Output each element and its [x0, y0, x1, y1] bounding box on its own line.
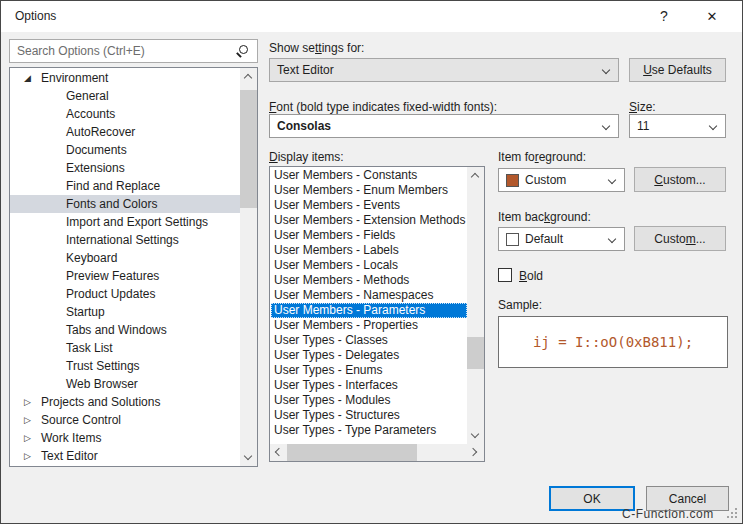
scroll-up-icon[interactable]: [240, 68, 257, 85]
list-item-label: User Members - Locals: [274, 258, 398, 272]
tree-item[interactable]: ▷ Projects and Solutions: [10, 393, 240, 411]
list-item[interactable]: User Types - Type Parameters: [271, 423, 467, 438]
tree-item[interactable]: Accounts: [10, 105, 240, 123]
tree-item[interactable]: ▷ Text Editor: [10, 447, 240, 465]
tree-item[interactable]: Documents: [10, 141, 240, 159]
list-item-label: User Members - Labels: [274, 243, 399, 257]
tree-item[interactable]: Fonts and Colors: [10, 195, 240, 213]
show-settings-combobox[interactable]: Text Editor: [269, 58, 619, 82]
scroll-down-icon[interactable]: [240, 449, 257, 466]
tree-item[interactable]: Keyboard: [10, 249, 240, 267]
tree-item[interactable]: International Settings: [10, 231, 240, 249]
list-scrollbar-thumb[interactable]: [467, 337, 484, 369]
list-item[interactable]: User Types - Classes: [271, 333, 467, 348]
tree-scrollbar-thumb[interactable]: [240, 90, 257, 208]
tree-item[interactable]: ▷ Work Items: [10, 429, 240, 447]
background-color-swatch: [506, 233, 519, 246]
search-box[interactable]: [9, 39, 258, 63]
tree-item[interactable]: Startup: [10, 303, 240, 321]
tree-item-label: International Settings: [66, 231, 179, 249]
list-hscrollbar-thumb[interactable]: [287, 444, 417, 461]
list-item[interactable]: User Members - Properties: [271, 318, 467, 333]
list-item[interactable]: User Members - Extension Methods: [271, 213, 467, 228]
list-item[interactable]: User Types - Enums: [271, 363, 467, 378]
size-label: Size:: [629, 100, 656, 114]
list-item[interactable]: User Members - Namespaces: [271, 288, 467, 303]
foreground-value: Custom: [525, 173, 566, 187]
tree-item[interactable]: ▷ Source Control: [10, 411, 240, 429]
tree-expander-icon[interactable]: ▷: [24, 429, 41, 447]
tree-item[interactable]: Find and Replace: [10, 177, 240, 195]
search-input[interactable]: [17, 41, 227, 61]
tree-item-label: Task List: [66, 339, 113, 357]
tree-item[interactable]: ◢ Environment: [10, 69, 240, 87]
list-item-label: User Types - Modules: [274, 393, 391, 407]
help-button[interactable]: ?: [648, 1, 680, 32]
search-icon[interactable]: [239, 45, 248, 54]
custom-background-button[interactable]: Custom...: [634, 226, 726, 251]
list-item[interactable]: User Members - Methods: [271, 273, 467, 288]
scroll-down-icon[interactable]: [467, 427, 484, 444]
tree-item[interactable]: Task List: [10, 339, 240, 357]
item-background-combobox[interactable]: Default: [498, 227, 625, 251]
tree-item[interactable]: Web Browser: [10, 375, 240, 393]
list-item[interactable]: User Types - Interfaces: [271, 378, 467, 393]
size-combobox[interactable]: 11: [629, 114, 726, 138]
chevron-down-icon[interactable]: [602, 66, 610, 74]
chevron-down-icon[interactable]: [608, 176, 616, 184]
list-item-label: User Types - Classes: [274, 333, 388, 347]
tree-item[interactable]: Product Updates: [10, 285, 240, 303]
tree-expander-icon[interactable]: ▷: [24, 411, 41, 429]
tree-expander-icon[interactable]: ▷: [24, 447, 41, 465]
item-foreground-combobox[interactable]: Custom: [498, 168, 625, 192]
list-item[interactable]: User Members - Parameters: [271, 303, 467, 318]
chevron-down-icon[interactable]: [602, 122, 610, 130]
tree-item-label: Tabs and Windows: [66, 321, 167, 339]
tree-item[interactable]: Trust Settings: [10, 357, 240, 375]
scroll-right-icon[interactable]: [467, 444, 484, 461]
tree-item-label: Import and Export Settings: [66, 213, 208, 231]
resize-grip-icon[interactable]: [727, 508, 729, 510]
list-item[interactable]: User Members - Fields: [271, 228, 467, 243]
tree-item-label: Accounts: [66, 105, 115, 123]
list-item-label: User Members - Constants: [274, 168, 417, 182]
close-button[interactable]: ✕: [696, 1, 728, 32]
tree-item[interactable]: Preview Features: [10, 267, 240, 285]
list-vertical-scrollbar[interactable]: [467, 167, 484, 444]
list-item-label: User Members - Namespaces: [274, 288, 433, 302]
tree-item-label: Extensions: [66, 159, 125, 177]
tree-vertical-scrollbar[interactable]: [240, 68, 257, 466]
tree-item-label: Product Updates: [66, 285, 155, 303]
scroll-left-icon[interactable]: [270, 444, 287, 461]
list-item[interactable]: User Members - Enum Members: [271, 183, 467, 198]
tree-item-label: Documents: [66, 141, 127, 159]
tree-expander-icon[interactable]: ◢: [24, 69, 41, 87]
custom-foreground-button[interactable]: Custom...: [634, 167, 726, 192]
list-item[interactable]: User Types - Structures: [271, 408, 467, 423]
list-item-label: User Members - Fields: [274, 228, 395, 242]
font-value: Consolas: [277, 119, 331, 133]
font-combobox[interactable]: Consolas: [269, 114, 619, 138]
chevron-down-icon[interactable]: [608, 235, 616, 243]
list-horizontal-scrollbar[interactable]: [270, 444, 484, 461]
list-item[interactable]: User Members - Labels: [271, 243, 467, 258]
tree-item[interactable]: AutoRecover: [10, 123, 240, 141]
list-item[interactable]: User Types - Modules: [271, 393, 467, 408]
list-item[interactable]: User Types - Delegates: [271, 348, 467, 363]
list-item[interactable]: User Members - Constants: [271, 168, 467, 183]
use-defaults-button[interactable]: Use Defaults: [629, 58, 726, 82]
dialog-title: Options: [15, 1, 56, 32]
tree-expander-icon[interactable]: ▷: [24, 393, 41, 411]
tree-item[interactable]: Extensions: [10, 159, 240, 177]
title-bar: Options ? ✕: [1, 1, 742, 32]
tree-item[interactable]: Tabs and Windows: [10, 321, 240, 339]
list-item[interactable]: User Members - Events: [271, 198, 467, 213]
tree-item[interactable]: General: [10, 87, 240, 105]
chevron-down-icon[interactable]: [709, 122, 717, 130]
tree-item[interactable]: Import and Export Settings: [10, 213, 240, 231]
list-item-label: User Members - Parameters: [274, 303, 425, 317]
bold-checkbox[interactable]: [498, 268, 512, 282]
scroll-up-icon[interactable]: [467, 167, 484, 184]
tree-item-label: Keyboard: [66, 249, 117, 267]
list-item[interactable]: User Members - Locals: [271, 258, 467, 273]
